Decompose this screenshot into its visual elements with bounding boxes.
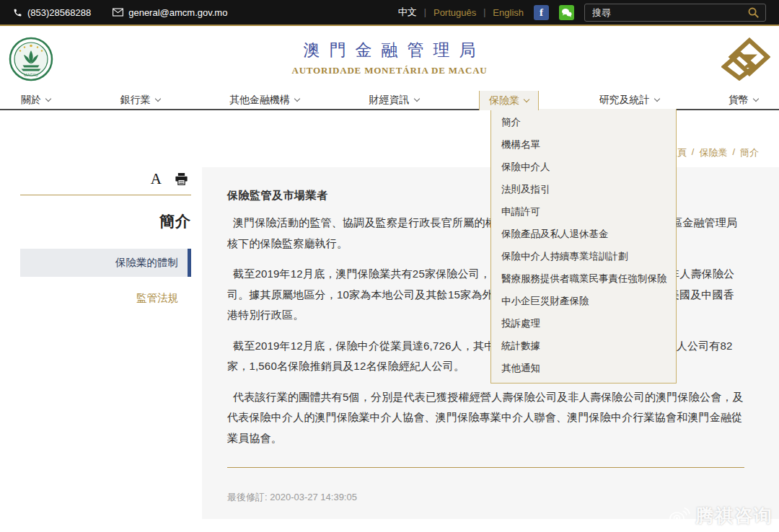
nav-label: 其他金融機構 xyxy=(229,94,290,107)
nav-item-banking[interactable]: 銀行業 xyxy=(111,91,170,109)
chevron-down-icon xyxy=(653,96,659,102)
chevron-down-icon xyxy=(524,97,529,102)
nav-item-insurance[interactable]: 保險業 xyxy=(479,91,539,110)
sidebar-section-title: 簡介 xyxy=(20,211,191,231)
lang-separator: | xyxy=(483,7,485,17)
phone-contact: (853)28568288 xyxy=(13,7,91,18)
phone-icon xyxy=(13,8,22,17)
site-title-chinese: 澳門金融管理局 xyxy=(301,39,487,61)
chevron-down-icon xyxy=(45,96,51,102)
weibo-icon xyxy=(669,506,690,526)
breadcrumb-current: 簡介 xyxy=(740,146,759,159)
nav-label: 保險業 xyxy=(489,94,519,107)
nav-label: 研究及統計 xyxy=(599,94,650,107)
sidebar-item-insurance-system[interactable]: 保險業的體制 xyxy=(20,249,191,277)
nav-label: 銀行業 xyxy=(120,94,151,107)
sidebar-divider xyxy=(20,195,191,195)
dropdown-item-laws-guidelines[interactable]: 法則及指引 xyxy=(491,178,676,200)
email-address: general@amcm.gov.mo xyxy=(128,7,227,18)
sidebar-item-regulations[interactable]: 監管法規 xyxy=(20,291,191,305)
lang-pt[interactable]: Português xyxy=(433,7,476,18)
nav-item-research-statistics[interactable]: 研究及統計 xyxy=(590,91,669,109)
nav-item-currency[interactable]: 貨幣 xyxy=(719,91,767,109)
site-title-portuguese: AUTORIDADE MONETÁRIA DE MACAU xyxy=(291,65,487,76)
nav-label: 貨幣 xyxy=(729,94,749,107)
sidebar-tools: A xyxy=(20,172,191,187)
watermark: 腾祺咨询 xyxy=(669,504,773,528)
facebook-letter: f xyxy=(540,6,543,19)
dropdown-item-insurance-intermediaries[interactable]: 保險中介人 xyxy=(491,156,676,178)
last-modified: 最後修訂: 2020-03-27 14:39:05 xyxy=(227,491,744,504)
chevron-down-icon xyxy=(413,96,419,102)
wechat-icon[interactable] xyxy=(559,5,574,20)
site-title-block: 澳門金融管理局 AUTORIDADE MONETÁRIA DE MACAU xyxy=(291,39,487,76)
print-icon[interactable] xyxy=(175,173,188,185)
nav-item-financial-info[interactable]: 財經資訊 xyxy=(360,91,428,109)
language-switcher: 中文 | Português | English xyxy=(398,6,524,19)
dropdown-item-complaints[interactable]: 投訴處理 xyxy=(491,312,676,334)
watermark-text: 腾祺咨询 xyxy=(695,504,773,528)
macau-emblem-logo: MACAU xyxy=(9,37,53,81)
page: (853)28568288 general@amcm.gov.mo 中文 | P… xyxy=(0,0,779,532)
content-divider xyxy=(227,467,744,468)
sidebar: A 簡介 保險業的體制 監管法規 xyxy=(20,172,191,305)
chevron-down-icon xyxy=(294,96,300,102)
dropdown-item-medical-liability-insurance[interactable]: 醫療服務提供者職業民事責任強制保險 xyxy=(491,267,676,290)
breadcrumb-separator: / xyxy=(732,146,735,159)
font-size-button[interactable]: A xyxy=(151,172,162,187)
site-header: MACAU 澳門金融管理局 AUTORIDADE MONETÁRIA DE MA… xyxy=(0,27,779,91)
search-input[interactable] xyxy=(591,6,743,19)
chevron-down-icon xyxy=(154,96,160,102)
lang-zh[interactable]: 中文 xyxy=(398,6,417,19)
dropdown-item-other-notices[interactable]: 其他通知 xyxy=(491,357,676,379)
amcm-diamond-logo xyxy=(721,37,770,81)
breadcrumb-separator: / xyxy=(692,146,695,159)
nav-item-about[interactable]: 關於 xyxy=(12,91,60,109)
facebook-icon[interactable]: f xyxy=(534,5,549,20)
search-icon[interactable] xyxy=(747,6,760,19)
chevron-down-icon xyxy=(753,96,759,102)
dropdown-item-introduction[interactable]: 簡介 xyxy=(491,111,676,133)
nav-label: 財經資訊 xyxy=(369,94,410,107)
breadcrumb-insurance[interactable]: 保險業 xyxy=(699,146,727,159)
topbar-right: 中文 | Português | English f xyxy=(398,4,766,22)
nav-label: 關於 xyxy=(21,94,41,107)
insurance-dropdown-menu: 簡介 機構名單 保險中介人 法則及指引 申請許可 保險產品及私人退休基金 保險中… xyxy=(490,109,677,384)
phone-number: (853)28568288 xyxy=(27,7,91,18)
macau-emblem-text: MACAU xyxy=(24,73,38,77)
nav-item-other-financial[interactable]: 其他金融機構 xyxy=(220,91,309,109)
dropdown-item-institutions-list[interactable]: 機構名單 xyxy=(491,133,676,156)
dropdown-item-products-pension-funds[interactable]: 保險產品及私人退休基金 xyxy=(491,223,676,245)
search-box xyxy=(584,4,766,22)
main-nav: 關於 銀行業 其他金融機構 財經資訊 保險業 研究及統計 貨幣 xyxy=(0,91,779,110)
top-bar: (853)28568288 general@amcm.gov.mo 中文 | P… xyxy=(0,0,779,26)
email-contact[interactable]: general@amcm.gov.mo xyxy=(113,7,227,18)
envelope-icon xyxy=(113,8,123,17)
dropdown-item-statistics[interactable]: 統計數據 xyxy=(491,334,676,357)
dropdown-item-sme-catastrophe-insurance[interactable]: 中小企巨災財產保險 xyxy=(491,290,676,312)
breadcrumb: 主頁 / 保險業 / 簡介 xyxy=(668,146,759,159)
dropdown-item-application-licensing[interactable]: 申請許可 xyxy=(491,200,676,223)
paragraph: 代表該行業的團體共有5個，分別是代表已獲授權經營人壽保險公司及非人壽保險公司的澳… xyxy=(227,387,744,449)
dropdown-item-cpd-programme[interactable]: 保險中介人持續專業培訓計劃 xyxy=(491,245,676,267)
lang-separator: | xyxy=(424,7,426,17)
lang-en[interactable]: English xyxy=(493,7,524,18)
